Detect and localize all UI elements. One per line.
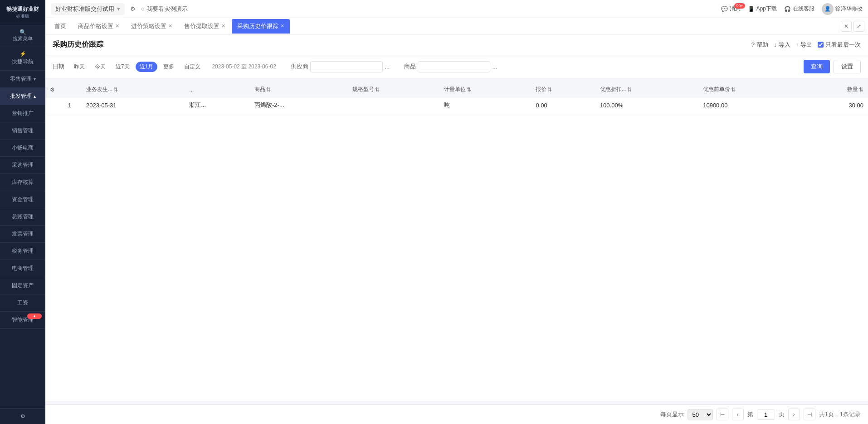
- th-quantity[interactable]: 数量 ⇅: [804, 82, 868, 97]
- th-date[interactable]: 业务发生... ⇅: [82, 82, 185, 97]
- query-button[interactable]: 查询: [804, 60, 830, 73]
- user-menu-button[interactable]: 👤 徐泽华修改: [822, 3, 863, 15]
- date-btn-more[interactable]: 更多: [159, 62, 178, 72]
- th-price-sort[interactable]: 报价 ⇅: [536, 86, 552, 93]
- tab-product-price-close[interactable]: ✕: [115, 23, 119, 29]
- tab-price-extract-close[interactable]: ✕: [221, 23, 225, 29]
- td-spec: [348, 97, 439, 113]
- table-area: ⚙ 业务发生... ⇅ ...: [45, 82, 868, 401]
- export-icon: ↑: [796, 41, 799, 48]
- th-original-price-sort[interactable]: 优惠前单价 ⇅: [703, 86, 736, 93]
- export-button[interactable]: ↑ 导出: [796, 41, 813, 49]
- sidebar-settings-btn[interactable]: ⚙: [0, 408, 45, 424]
- sidebar-item-assets[interactable]: 固定资产: [0, 277, 45, 294]
- tab-purchase-history-close[interactable]: ✕: [280, 23, 284, 29]
- sidebar-item-smart[interactable]: ● 智能管理: [0, 312, 45, 329]
- sidebar-item-tax[interactable]: 税务管理: [0, 243, 45, 260]
- sidebar-item-purchase[interactable]: 采购管理: [0, 157, 45, 174]
- th-discount-label: 优惠折扣...: [600, 86, 626, 93]
- sidebar-item-ecommerce-small[interactable]: 小畅电商: [0, 140, 45, 157]
- tab-purchase-history[interactable]: 采购历史价跟踪 ✕: [232, 19, 290, 34]
- topbar-settings-button[interactable]: ⚙: [128, 4, 137, 14]
- page-header: 采购历史价跟踪 ? 帮助 ↓ 导入 ↑ 导出 只看最后一次: [45, 34, 868, 55]
- supplier-input[interactable]: [310, 61, 383, 72]
- th-product[interactable]: 商品 ⇅: [250, 82, 348, 97]
- sort-icon-spec: ⇅: [375, 87, 380, 93]
- sidebar-item-inventory[interactable]: 库存核算: [0, 174, 45, 191]
- table-row: 1 2023-05-31 浙江... 丙烯酸-2-... 吨 0.00 100.…: [45, 97, 868, 113]
- help-button[interactable]: ? 帮助: [751, 41, 768, 49]
- demo-button[interactable]: ○ 我要看实例演示: [141, 5, 188, 13]
- tab-maximize-button[interactable]: ⤢: [853, 21, 864, 32]
- th-original-price[interactable]: 优惠前单价 ⇅: [698, 82, 804, 97]
- wholesale-expand-icon: ▴: [34, 94, 36, 99]
- date-btn-1month[interactable]: 近1月: [136, 62, 158, 72]
- last-page-button[interactable]: ⊣: [804, 409, 815, 420]
- sidebar-item-retail[interactable]: 零售管理 ▾: [0, 71, 45, 88]
- th-unit-sort[interactable]: 计量单位 ⇅: [444, 86, 471, 93]
- online-service-button[interactable]: 🎧 在线客服: [784, 5, 814, 13]
- th-discount-sort[interactable]: 优惠折扣... ⇅: [600, 86, 632, 93]
- td-product: 丙烯酸-2-...: [250, 97, 348, 113]
- th-price[interactable]: 报价 ⇅: [531, 82, 595, 97]
- version-selector[interactable]: 好业财标准版交付试用 ▾: [51, 3, 125, 15]
- product-filter: 商品 ...: [404, 61, 497, 72]
- last-only-toggle[interactable]: 只看最后一次: [818, 41, 861, 49]
- prev-page-button[interactable]: ‹: [732, 409, 744, 420]
- td-original-price: 10900.00: [698, 97, 804, 113]
- tab-home[interactable]: 首页: [49, 19, 72, 34]
- sort-icon-date: ⇅: [113, 87, 118, 93]
- date-btn-yesterday[interactable]: 昨天: [70, 62, 89, 72]
- tab-purchase-strategy[interactable]: 进价策略设置 ✕: [126, 19, 178, 34]
- product-input[interactable]: [418, 61, 490, 72]
- th-product-sort[interactable]: 商品 ⇅: [254, 86, 271, 93]
- date-btn-custom[interactable]: 自定义: [180, 62, 205, 72]
- th-settings[interactable]: ⚙: [45, 82, 63, 97]
- page-input[interactable]: [757, 410, 775, 420]
- messages-badge: 99+: [734, 3, 745, 9]
- import-button[interactable]: ↓ 导入: [774, 41, 790, 49]
- sidebar-item-wholesale[interactable]: 批发管理 ▴: [0, 88, 45, 105]
- next-page-button[interactable]: ›: [788, 409, 800, 420]
- sidebar-item-sales[interactable]: 销售管理: [0, 122, 45, 140]
- first-page-button[interactable]: ⊢: [717, 409, 728, 420]
- supplier-more-btn[interactable]: ...: [385, 63, 390, 70]
- sidebar-item-finance[interactable]: 资金管理: [0, 191, 45, 208]
- last-only-checkbox[interactable]: [818, 42, 824, 48]
- app-download-button[interactable]: 📱 App下载: [748, 5, 777, 13]
- th-date-sort[interactable]: 业务发生... ⇅: [86, 86, 118, 93]
- settings-button[interactable]: 设置: [834, 60, 861, 73]
- tab-price-extract[interactable]: 售价提取设置 ✕: [179, 19, 231, 34]
- sidebar-item-invoice[interactable]: 发票管理: [0, 226, 45, 243]
- settings-icon: ⚙: [20, 413, 25, 419]
- sidebar-item-accounting[interactable]: 总账管理: [0, 208, 45, 226]
- th-spec[interactable]: 规格型号 ⇅: [348, 82, 439, 97]
- help-label: 帮助: [756, 41, 768, 49]
- product-more-btn[interactable]: ...: [492, 63, 497, 70]
- tax-label: 税务管理: [12, 247, 34, 255]
- per-page-select[interactable]: 50 10 20 100: [688, 409, 713, 420]
- td-price: 0.00: [531, 97, 595, 113]
- messages-button[interactable]: 💬 消息 99+: [721, 5, 741, 13]
- sidebar-item-quick-nav[interactable]: ⚡ 快捷导航: [0, 46, 45, 71]
- th-more[interactable]: ...: [185, 82, 250, 97]
- tab-product-price[interactable]: 商品价格设置 ✕: [73, 19, 125, 34]
- th-discount[interactable]: 优惠折扣... ⇅: [595, 82, 698, 97]
- search-label: 搜索菜单: [4, 35, 42, 42]
- th-unit[interactable]: 计量单位 ⇅: [439, 82, 531, 97]
- sidebar-item-search[interactable]: 🔍 搜索菜单: [0, 25, 45, 46]
- date-btn-today[interactable]: 今天: [91, 62, 110, 72]
- tab-purchase-strategy-close[interactable]: ✕: [168, 23, 172, 29]
- sidebar-item-payroll[interactable]: 工资: [0, 294, 45, 312]
- tab-price-extract-label: 售价提取设置: [184, 22, 219, 30]
- date-btn-7days[interactable]: 近7天: [112, 62, 134, 72]
- sort-icon-original-price: ⇅: [731, 87, 736, 93]
- tab-close-button[interactable]: ✕: [841, 21, 852, 32]
- th-quantity-sort[interactable]: 数量 ⇅: [847, 86, 863, 93]
- sidebar-item-marketing[interactable]: 营销推广: [0, 105, 45, 122]
- td-more: 浙江...: [185, 97, 250, 113]
- assets-label: 固定资产: [12, 282, 34, 289]
- th-spec-sort[interactable]: 规格型号 ⇅: [352, 86, 380, 93]
- user-name: 徐泽华修改: [835, 5, 863, 13]
- sidebar-item-ecommerce[interactable]: 电商管理: [0, 260, 45, 277]
